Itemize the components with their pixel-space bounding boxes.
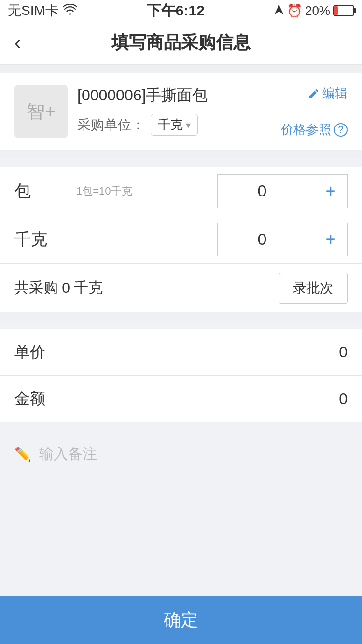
bag-input-control: + <box>217 174 348 208</box>
price-section: 单价 0 金额 0 <box>0 329 362 422</box>
edit-icon <box>308 88 320 99</box>
status-bar: 无SIM卡 下午6:12 ⏰ 20% <box>0 0 362 21</box>
unit-select[interactable]: 千克 ▾ <box>151 114 198 136</box>
price-ref-button[interactable]: 价格参照 ? <box>281 121 348 138</box>
main-content: 智+ [0000006]手撕面包 采购单位： 千克 ▾ 编辑 价格参照 ? <box>0 65 362 499</box>
bag-sub-label: 1包=10千克 <box>76 184 217 198</box>
help-icon: ? <box>334 123 348 137</box>
edit-label: 编辑 <box>322 85 348 102</box>
kg-input-row: 千克 + <box>0 215 362 264</box>
product-card: 智+ [0000006]手撕面包 采购单位： 千克 ▾ 编辑 价格参照 ? <box>0 73 362 150</box>
gps-icon <box>274 3 284 18</box>
summary-row: 共采购 0 千克 录批次 <box>0 264 362 312</box>
bag-quantity-input[interactable] <box>217 174 314 208</box>
price-ref-label: 价格参照 <box>281 121 331 138</box>
status-time: 下午6:12 <box>147 1 205 21</box>
unit-price-value: 0 <box>339 343 348 361</box>
summary-value: 0 <box>62 280 70 295</box>
product-name: [0000006]手撕面包 <box>77 85 348 106</box>
kg-plus-button[interactable]: + <box>314 223 348 256</box>
price-divider <box>0 312 362 321</box>
kg-label: 千克 <box>14 228 72 251</box>
unit-price-label: 单价 <box>14 342 45 363</box>
battery-icon <box>333 5 354 16</box>
summary-text: 共采购 0 千克 <box>14 278 103 298</box>
amount-row: 金额 0 <box>0 376 362 422</box>
product-thumbnail: 智+ <box>14 85 68 138</box>
status-left: 无SIM卡 <box>8 1 77 20</box>
alarm-icon: ⏰ <box>287 3 302 18</box>
footer[interactable]: 确定 <box>0 596 362 644</box>
svg-marker-0 <box>275 5 283 14</box>
middle-divider <box>0 150 362 158</box>
unit-arrow-icon: ▾ <box>186 119 191 131</box>
battery-percent: 20% <box>305 3 330 18</box>
input-section: 包 1包=10千克 + 千克 + <box>0 167 362 264</box>
bag-label: 包 <box>14 180 72 202</box>
carrier-text: 无SIM卡 <box>8 1 59 20</box>
bag-input-row: 包 1包=10千克 + <box>0 167 362 215</box>
status-right: ⏰ 20% <box>274 3 354 18</box>
kg-input-control: + <box>217 223 348 256</box>
nav-bar: ‹ 填写商品采购信息 <box>0 21 362 65</box>
edit-button[interactable]: 编辑 <box>308 85 348 102</box>
unit-label: 采购单位： <box>77 116 145 134</box>
back-button[interactable]: ‹ <box>14 32 21 54</box>
amount-label: 金额 <box>14 388 45 409</box>
top-divider <box>0 65 362 73</box>
kg-quantity-input[interactable] <box>217 223 314 256</box>
batch-button[interactable]: 录批次 <box>279 273 348 304</box>
unit-price-row: 单价 0 <box>0 329 362 376</box>
notes-placeholder: 输入备注 <box>39 444 97 464</box>
page-title: 填写商品采购信息 <box>111 31 251 55</box>
amount-value: 0 <box>339 390 348 408</box>
product-logo: 智+ <box>27 102 56 121</box>
bag-plus-button[interactable]: + <box>314 174 348 208</box>
confirm-button[interactable]: 确定 <box>164 608 198 632</box>
notes-section[interactable]: ✏️ 输入备注 <box>0 431 362 477</box>
wifi-icon <box>63 3 77 18</box>
pencil-icon: ✏️ <box>14 446 31 462</box>
